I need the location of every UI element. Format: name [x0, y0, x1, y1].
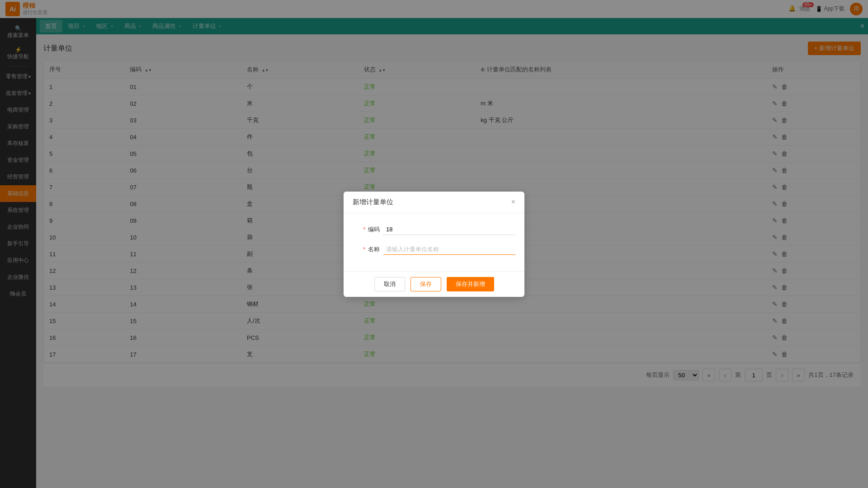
cancel-button[interactable]: 取消	[374, 277, 405, 291]
add-unit-modal: 新增计量单位 × * 编码 * 名称 取消 保存 保存并新增	[344, 192, 524, 297]
code-input[interactable]	[383, 224, 515, 235]
modal-body: * 编码 * 名称	[344, 213, 524, 271]
form-label-name: * 名称	[353, 245, 380, 253]
modal-overlay[interactable]: 新增计量单位 × * 编码 * 名称 取消 保存 保存并新增	[0, 0, 868, 488]
form-item-name: * 名称	[353, 244, 515, 255]
save-button[interactable]: 保存	[410, 277, 441, 291]
modal-title: 新增计量单位	[353, 198, 393, 206]
name-input[interactable]	[383, 244, 515, 255]
modal-close-btn[interactable]: ×	[511, 198, 515, 206]
save-new-button[interactable]: 保存并新增	[447, 277, 494, 291]
modal-footer: 取消 保存 保存并新增	[344, 271, 524, 297]
modal-header: 新增计量单位 ×	[344, 192, 524, 213]
form-item-code: * 编码	[353, 224, 515, 235]
form-label-code: * 编码	[353, 225, 380, 234]
